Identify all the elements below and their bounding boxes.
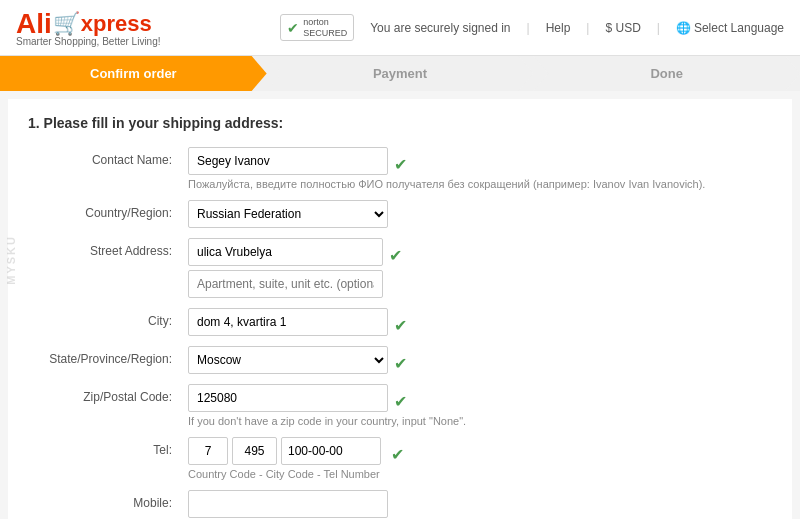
secure-signin-text: You are securely signed in	[370, 21, 510, 35]
mobile-content	[188, 490, 772, 518]
state-input-row: Moscow ✔	[188, 346, 772, 374]
tel-inputs-row: ✔	[188, 437, 772, 465]
mobile-input[interactable]	[188, 490, 388, 518]
tel-row: Tel: ✔ Country Code - City Code - Tel Nu…	[28, 437, 772, 480]
contact-name-input-row: ✔	[188, 147, 772, 175]
city-input[interactable]	[188, 308, 388, 336]
zip-row: Zip/Postal Code: ✔ If you don't have a z…	[28, 384, 772, 427]
zip-hint: If you don't have a zip code in your cou…	[188, 415, 768, 427]
tel-label: Tel:	[28, 437, 188, 457]
state-select[interactable]: Moscow	[188, 346, 388, 374]
select-language-text: Select Language	[694, 21, 784, 35]
country-label: Country/Region:	[28, 200, 188, 220]
step-done-label: Done	[650, 66, 683, 81]
language-selector[interactable]: 🌐 Select Language	[676, 21, 784, 35]
city-input-row: ✔	[188, 308, 772, 336]
header-right: ✔ nortonSECURED You are securely signed …	[280, 14, 784, 42]
street-check-icon: ✔	[389, 246, 402, 265]
currency-selector[interactable]: $ USD	[605, 21, 640, 35]
norton-check-icon: ✔	[287, 20, 299, 36]
street-input-row: ✔	[188, 238, 772, 266]
zip-input[interactable]	[188, 384, 388, 412]
logo-cart-icon: 🛒	[53, 11, 80, 37]
tel-check-icon: ✔	[391, 445, 404, 464]
contact-name-check-icon: ✔	[394, 155, 407, 174]
country-select[interactable]: Russian Federation	[188, 200, 388, 228]
contact-name-content: ✔ Пожалуйста, введите полностью ФИО полу…	[188, 147, 772, 190]
tel-country-code-input[interactable]	[188, 437, 228, 465]
street-row: Street Address: ✔	[28, 238, 772, 298]
help-link[interactable]: Help	[546, 21, 571, 35]
logo-express: xpress	[81, 11, 152, 37]
main-content: 1. Please fill in your shipping address:…	[8, 99, 792, 519]
step-done[interactable]: Done	[533, 56, 800, 91]
mobile-input-row	[188, 490, 772, 518]
step-payment-label: Payment	[373, 66, 427, 81]
city-content: ✔	[188, 308, 772, 336]
contact-name-row: Contact Name: ✔ Пожалуйста, введите полн…	[28, 147, 772, 190]
zip-label: Zip/Postal Code:	[28, 384, 188, 404]
logo-tagline: Smarter Shopping, Better Living!	[16, 36, 161, 47]
norton-label: nortonSECURED	[303, 17, 347, 39]
mobile-label: Mobile:	[28, 490, 188, 510]
state-row: State/Province/Region: Moscow ✔	[28, 346, 772, 374]
state-check-icon: ✔	[394, 354, 407, 373]
city-row: City: ✔	[28, 308, 772, 336]
mobile-row: Mobile:	[28, 490, 772, 518]
zip-input-row: ✔	[188, 384, 772, 412]
section-title: 1. Please fill in your shipping address:	[28, 115, 772, 131]
country-row: Country/Region: Russian Federation	[28, 200, 772, 228]
divider: |	[527, 21, 530, 35]
state-content: Moscow ✔	[188, 346, 772, 374]
street-content: ✔	[188, 238, 772, 298]
contact-name-label: Contact Name:	[28, 147, 188, 167]
city-check-icon: ✔	[394, 316, 407, 335]
contact-name-hint: Пожалуйста, введите полностью ФИО получа…	[188, 178, 768, 190]
zip-check-icon: ✔	[394, 392, 407, 411]
contact-name-input[interactable]	[188, 147, 388, 175]
tel-city-code-input[interactable]	[232, 437, 277, 465]
state-label: State/Province/Region:	[28, 346, 188, 366]
tel-number-input[interactable]	[281, 437, 381, 465]
street-input[interactable]	[188, 238, 383, 266]
logo: Ali 🛒 xpress Smarter Shopping, Better Li…	[16, 8, 161, 47]
step-confirm-label: Confirm order	[90, 66, 177, 81]
tel-hint: Country Code - City Code - Tel Number	[188, 468, 768, 480]
country-content: Russian Federation	[188, 200, 772, 228]
tel-content: ✔ Country Code - City Code - Tel Number	[188, 437, 772, 480]
country-input-row: Russian Federation	[188, 200, 772, 228]
street-label: Street Address:	[28, 238, 188, 258]
divider3: |	[657, 21, 660, 35]
globe-icon: 🌐	[676, 21, 691, 35]
zip-content: ✔ If you don't have a zip code in your c…	[188, 384, 772, 427]
step-confirm-order[interactable]: Confirm order	[0, 56, 267, 91]
norton-badge: ✔ nortonSECURED	[280, 14, 354, 42]
city-label: City:	[28, 308, 188, 328]
header: Ali 🛒 xpress Smarter Shopping, Better Li…	[0, 0, 800, 56]
divider2: |	[586, 21, 589, 35]
street-optional-input[interactable]	[188, 270, 383, 298]
step-payment[interactable]: Payment	[267, 56, 534, 91]
progress-bar: Confirm order Payment Done	[0, 56, 800, 91]
